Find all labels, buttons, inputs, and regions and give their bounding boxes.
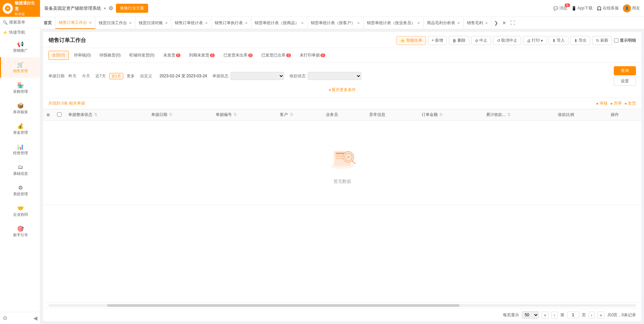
- scrollbar-track[interactable]: [48, 304, 636, 307]
- industry-solution-button[interactable]: 体验行业方案: [116, 4, 148, 13]
- col-checkbox[interactable]: [54, 109, 65, 121]
- page-size-select[interactable]: 50 10 20 100: [522, 311, 539, 319]
- smart-create-button[interactable]: ⭐ 智能生单: [396, 36, 426, 45]
- filter-tab-pending-review[interactable]: 待审核(0): [70, 51, 95, 60]
- user-menu[interactable]: 👤 用友: [623, 4, 640, 12]
- date-more-btn[interactable]: 更多: [125, 73, 137, 80]
- col-number[interactable]: 单据编号 ⇅: [212, 109, 277, 121]
- tab-cash-daily[interactable]: 钱货日清工作台 ✕: [95, 17, 135, 29]
- collapse-icon[interactable]: ◀: [33, 315, 37, 321]
- tab-sales-summary-customer[interactable]: 销货单统计表（按客户） ✕: [307, 17, 363, 29]
- sidebar-item-finance[interactable]: 💰 资金管理: [0, 119, 40, 139]
- close-gross-profit-tab[interactable]: ✕: [457, 21, 460, 25]
- filter-tab-shipped-stored[interactable]: 已发货已出库0: [258, 51, 295, 60]
- date-custom-btn[interactable]: 自定义: [138, 73, 154, 80]
- close-cash-reconcile-tab[interactable]: ✕: [165, 21, 168, 25]
- close-sales-more-tab[interactable]: ✕: [485, 21, 488, 25]
- settings-button[interactable]: 设置: [614, 77, 636, 86]
- date-today-btn[interactable]: 今天: [80, 73, 92, 80]
- tabs-prev-button[interactable]: ❯: [493, 19, 500, 26]
- close-summary-customer-tab[interactable]: ✕: [357, 21, 360, 25]
- sidebar-item-inventory[interactable]: 📦 库存核算: [0, 98, 40, 119]
- filter-tab-pending-inspect[interactable]: 待拣验货(0): [96, 51, 124, 60]
- filter-tab-shipped-not-stored[interactable]: 已发货未出库0: [220, 51, 257, 60]
- first-page-button[interactable]: «: [542, 312, 549, 319]
- tab-sales-stats[interactable]: 销售订单统计表 ✕: [171, 17, 211, 29]
- delete-button[interactable]: 🗑 删除: [449, 36, 469, 45]
- tab-home[interactable]: 首页: [40, 17, 55, 29]
- close-summary-product-tab[interactable]: ✕: [301, 21, 304, 25]
- message-icon-item[interactable]: 💬 消息 6: [553, 5, 567, 11]
- filter-tab-overdue-unshipped[interactable]: 到期未发货0: [185, 51, 218, 60]
- print-button[interactable]: 🖨 打印 ▾: [523, 36, 547, 45]
- col-customer[interactable]: 客户 ⇅: [276, 109, 322, 121]
- col-accumulated[interactable]: 累计收款... ⇅: [483, 109, 555, 121]
- tabs-maximize-button[interactable]: ⛶: [509, 19, 516, 26]
- status-select[interactable]: [230, 72, 284, 80]
- tab-sales-exec[interactable]: 销售订单执行表 ✕: [211, 17, 251, 29]
- filter-tab-unprinted[interactable]: 未打印单据0: [296, 51, 329, 60]
- last-page-button[interactable]: »: [597, 312, 604, 319]
- topbar-settings-icon[interactable]: ⚙: [109, 5, 113, 11]
- sidebar-item-sales[interactable]: 🛒 销售管理: [0, 57, 40, 78]
- query-button[interactable]: 查询: [614, 66, 636, 75]
- date-1month-btn[interactable]: 近1月: [109, 73, 123, 79]
- tab-sales-summary-product[interactable]: 销货单统计表（按商品） ✕: [251, 17, 307, 29]
- sidebar-item-operations[interactable]: 📊 经营管理: [0, 139, 40, 160]
- quick-nav[interactable]: ⚡ 快捷导航: [0, 28, 40, 37]
- payment-select[interactable]: [308, 72, 361, 80]
- sidebar-item-basic-info[interactable]: 🗂 基础信息: [0, 160, 40, 180]
- date-yesterday-btn[interactable]: 昨天: [67, 73, 79, 80]
- online-service-item[interactable]: 🎧 在线客服: [597, 5, 619, 11]
- filter-tab-wangpu-pending[interactable]: 旺铺待发货(0): [126, 51, 158, 60]
- tab-sales-summary-staff[interactable]: 销货单统计表（按业务员） ✕: [363, 17, 424, 29]
- date-7days-btn[interactable]: 近7天: [93, 73, 108, 80]
- tab-cash-reconcile[interactable]: 钱货日清对账 ✕: [135, 17, 171, 29]
- col-date[interactable]: 单据日期 ⇅: [148, 109, 212, 121]
- select-all-checkbox[interactable]: [57, 112, 61, 117]
- app-download-item[interactable]: 📱 App下载: [571, 5, 593, 11]
- abandon-review-action-btn[interactable]: ● 弃审: [610, 100, 622, 106]
- refresh-button[interactable]: ↻ 刷新: [592, 36, 612, 45]
- suspend-button[interactable]: ⊘ 中止: [471, 36, 491, 45]
- expand-conditions-button[interactable]: ▾ 展开更多条件: [329, 87, 356, 93]
- close-sales-exec-tab[interactable]: ✕: [245, 21, 248, 25]
- topbar-dropdown-icon[interactable]: ▾: [104, 6, 106, 11]
- review-action-btn[interactable]: ● 审核: [596, 100, 607, 106]
- sidebar-item-enterprise[interactable]: 🤝 企业协同: [0, 201, 40, 221]
- next-page-button[interactable]: ›: [589, 312, 595, 319]
- close-summary-staff-tab[interactable]: ✕: [417, 21, 420, 25]
- close-sales-stats-tab[interactable]: ✕: [205, 21, 208, 25]
- show-detail-checkbox[interactable]: [614, 38, 618, 43]
- sidebar-item-purchase[interactable]: 🏪 采购管理: [0, 78, 40, 98]
- sidebar-search[interactable]: 🔍 搜索菜单: [0, 17, 40, 28]
- tabs-close-all-button[interactable]: ✕: [501, 19, 508, 26]
- sidebar-item-system[interactable]: ⚙ 系统管理: [0, 180, 40, 201]
- close-cash-daily-tab[interactable]: ✕: [129, 21, 132, 25]
- close-sales-workbench-tab[interactable]: ✕: [89, 21, 92, 25]
- scrollbar-thumb[interactable]: [107, 304, 460, 307]
- filter-tab-unshipped[interactable]: 未发货0: [160, 51, 184, 60]
- horizontal-scrollbar[interactable]: [43, 302, 641, 308]
- show-detail-checkbox-label[interactable]: 显示明细: [614, 38, 636, 43]
- col-status[interactable]: 单据整体状态 ⇅: [65, 109, 148, 121]
- online-service-label: 在线客服: [603, 5, 619, 11]
- settings-bottom-icon[interactable]: ⚙: [3, 315, 7, 321]
- prev-page-button[interactable]: ‹: [551, 312, 557, 319]
- tab-sales-workbench[interactable]: 销售订单工作台 ✕: [55, 17, 95, 29]
- col-settings[interactable]: ⚙: [43, 109, 54, 121]
- tab-sales-more[interactable]: 销售毛利 ✕: [464, 17, 491, 29]
- tab-gross-profit[interactable]: 商品毛利分析表 ✕: [424, 17, 464, 29]
- ship-action-btn[interactable]: ● 发货: [625, 100, 636, 106]
- export-button[interactable]: ⬇ 导出: [570, 36, 590, 45]
- col-amount[interactable]: 订单金额 ⇅: [418, 109, 483, 121]
- filter-tab-all[interactable]: 全部(0): [48, 51, 69, 60]
- import-button[interactable]: ⬆ 导入: [549, 36, 568, 45]
- add-button[interactable]: + 新增: [428, 36, 447, 45]
- sidebar-item-marketing[interactable]: 📢 营销推广: [0, 37, 40, 57]
- cancel-suspend-button[interactable]: ↺ 取消中止: [493, 36, 521, 45]
- sidebar-item-tutorial[interactable]: 🎯 新手引导: [0, 221, 40, 242]
- page-label-post: 页: [582, 312, 586, 318]
- page-number-input[interactable]: [567, 312, 579, 318]
- amount-sort-icon: ⇅: [439, 112, 443, 117]
